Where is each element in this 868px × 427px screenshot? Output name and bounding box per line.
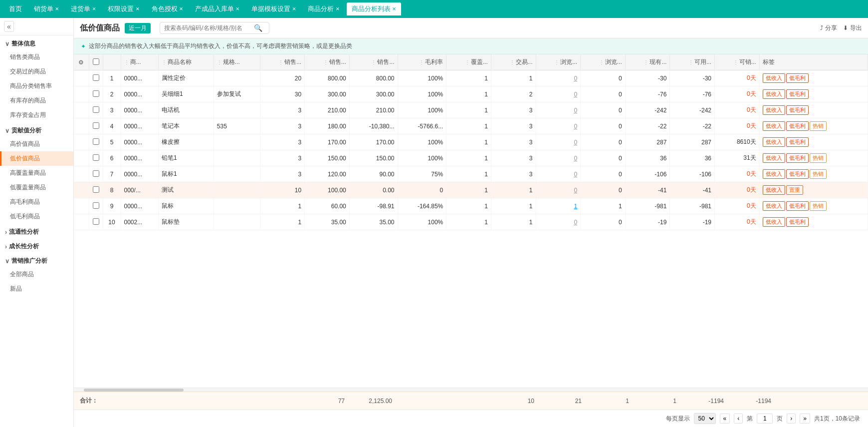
view1-cell-wrap[interactable]: 0 bbox=[536, 166, 581, 182]
checkbox-cell[interactable] bbox=[89, 70, 103, 86]
checkbox-cell[interactable] bbox=[89, 182, 103, 198]
gear-cell bbox=[74, 182, 89, 198]
sidebar-item-high-coverage[interactable]: 高覆盖量商品 bbox=[0, 166, 73, 180]
export-button[interactable]: ⬇ 导出 bbox=[843, 24, 862, 32]
sidebar-item-high-margin[interactable]: 高毛利商品 bbox=[0, 195, 73, 209]
nav-products[interactable]: 产成品入库单 × bbox=[190, 2, 244, 15]
sidebar-item-low-value[interactable]: 低价值商品 bbox=[0, 151, 73, 166]
checkbox-cell[interactable] bbox=[89, 86, 103, 102]
sidebar-group-overall[interactable]: ∨ 整体信息 bbox=[0, 35, 73, 50]
nav-permissions[interactable]: 权限设置 × bbox=[103, 2, 144, 15]
search-icon[interactable]: 🔍 bbox=[254, 24, 262, 32]
col-trade[interactable]: 交易... bbox=[491, 54, 536, 70]
view1-cell[interactable]: 0 bbox=[574, 107, 577, 114]
page-number-input[interactable] bbox=[757, 414, 773, 424]
col-avail[interactable]: 可用... bbox=[670, 54, 715, 70]
view1-cell[interactable]: 0 bbox=[574, 75, 577, 82]
col-saleable[interactable]: 可销... bbox=[715, 54, 760, 70]
select-all-checkbox[interactable] bbox=[93, 58, 99, 65]
sidebar-item-inventory-goods[interactable]: 有库存的商品 bbox=[0, 93, 73, 108]
view1-cell-wrap[interactable]: 0 bbox=[536, 70, 581, 86]
col-sale-amt1[interactable]: 销售... bbox=[305, 54, 350, 70]
code-cell: 0000... bbox=[121, 166, 158, 182]
col-view1[interactable]: 浏览... bbox=[536, 54, 581, 70]
view1-cell[interactable]: 0 bbox=[574, 123, 577, 130]
checkbox-cell[interactable] bbox=[89, 134, 103, 150]
sidebar-item-all-goods[interactable]: 全部商品 bbox=[0, 267, 73, 282]
col-spec[interactable]: 规格... bbox=[214, 54, 260, 70]
nav-analysis-list[interactable]: 商品分析列表 × bbox=[347, 2, 401, 15]
tag-label: 低收入 bbox=[763, 105, 785, 115]
view1-cell[interactable]: 0 bbox=[574, 155, 577, 162]
tag-label: 低毛利 bbox=[786, 201, 809, 211]
col-code[interactable]: 商... bbox=[121, 54, 158, 70]
col-current[interactable]: 现有... bbox=[625, 54, 670, 70]
nav-purchase[interactable]: 进货单 × bbox=[66, 2, 101, 15]
view1-cell[interactable]: 1 bbox=[574, 203, 577, 210]
col-gross-rate[interactable]: 毛利率 bbox=[398, 54, 446, 70]
time-badge[interactable]: 近一月 bbox=[125, 23, 151, 33]
col-num bbox=[103, 54, 121, 70]
view1-cell-wrap[interactable]: 1 bbox=[536, 198, 581, 214]
sidebar-item-low-coverage[interactable]: 低覆盖量商品 bbox=[0, 180, 73, 195]
sidebar-item-traded-goods[interactable]: 交易过的商品 bbox=[0, 64, 73, 79]
horizontal-scrollbar[interactable] bbox=[74, 388, 868, 392]
checkbox-cell[interactable] bbox=[89, 118, 103, 134]
view1-cell-wrap[interactable]: 0 bbox=[536, 150, 581, 166]
search-input[interactable] bbox=[164, 24, 254, 31]
checkbox-cell[interactable] bbox=[89, 198, 103, 214]
first-page-btn[interactable]: « bbox=[720, 414, 730, 424]
page-size-select[interactable]: 50 bbox=[694, 413, 716, 424]
last-page-btn[interactable]: » bbox=[800, 414, 810, 424]
checkbox-cell[interactable] bbox=[89, 150, 103, 166]
view1-cell-wrap[interactable]: 0 bbox=[536, 102, 581, 118]
sidebar-group-overall-label: 整体信息 bbox=[11, 39, 35, 48]
view1-cell-wrap[interactable]: 0 bbox=[536, 118, 581, 134]
nav-templates[interactable]: 单据模板设置 × bbox=[246, 2, 301, 15]
nav-sales[interactable]: 销货单 × bbox=[29, 2, 64, 15]
num-cell: 10 bbox=[103, 214, 121, 230]
sidebar-item-high-value[interactable]: 高价值商品 bbox=[0, 137, 73, 151]
sidebar-item-sales-goods[interactable]: 销售类商品 bbox=[0, 50, 73, 64]
sidebar-group-liquidity[interactable]: › 流通性分析 bbox=[0, 224, 73, 238]
checkbox-cell[interactable] bbox=[89, 166, 103, 182]
cover-cell: 1 bbox=[446, 86, 491, 102]
scrollbar-thumb[interactable] bbox=[84, 389, 184, 392]
sidebar-collapse-btn[interactable]: « bbox=[4, 21, 14, 32]
view1-cell[interactable]: 0 bbox=[574, 139, 577, 146]
nav-analysis[interactable]: 商品分析 × bbox=[303, 2, 344, 15]
view1-cell[interactable]: 0 bbox=[574, 171, 577, 178]
nav-home[interactable]: 首页 bbox=[4, 2, 27, 15]
col-checkbox-header[interactable] bbox=[89, 54, 103, 70]
col-cover[interactable]: 覆盖... bbox=[446, 54, 491, 70]
view1-cell-wrap[interactable]: 0 bbox=[536, 134, 581, 150]
table-wrapper[interactable]: ⚙ 商... 商品名称 规格... 销售... 销售... 销售... 毛利率 … bbox=[74, 54, 868, 388]
sidebar-item-new-goods[interactable]: 新品 bbox=[0, 282, 73, 296]
sidebar-group-growth[interactable]: › 成长性分析 bbox=[0, 238, 73, 253]
col-name[interactable]: 商品名称 bbox=[158, 54, 214, 70]
view1-cell-wrap[interactable]: 0 bbox=[536, 182, 581, 198]
view1-cell[interactable]: 0 bbox=[574, 91, 577, 98]
next-page-btn[interactable]: › bbox=[787, 414, 796, 424]
view1-cell[interactable]: 0 bbox=[574, 219, 577, 226]
prev-page-btn[interactable]: ‹ bbox=[734, 414, 743, 424]
tag-label: 低收入 bbox=[763, 137, 785, 147]
sidebar-group-marketing[interactable]: ∨ 营销推广分析 bbox=[0, 253, 73, 267]
view1-cell-wrap[interactable]: 0 bbox=[536, 86, 581, 102]
checkbox-cell[interactable] bbox=[89, 102, 103, 118]
share-button[interactable]: ⤴ 分享 bbox=[820, 24, 837, 32]
col-view2[interactable]: 浏览... bbox=[581, 54, 626, 70]
col-gear[interactable]: ⚙ bbox=[74, 54, 89, 70]
col-sale-amt2[interactable]: 销售... bbox=[349, 54, 398, 70]
sidebar-group-contribution[interactable]: ∨ 贡献值分析 bbox=[0, 122, 73, 137]
view1-cell[interactable]: 0 bbox=[574, 187, 577, 194]
checkbox-cell[interactable] bbox=[89, 214, 103, 230]
sidebar-item-inventory-capital[interactable]: 库存资金占用 bbox=[0, 108, 73, 122]
view1-cell-wrap[interactable]: 0 bbox=[536, 214, 581, 230]
sidebar-item-low-margin[interactable]: 低毛利商品 bbox=[0, 209, 73, 224]
col-sale-qty[interactable]: 销售... bbox=[260, 54, 305, 70]
nav-roles[interactable]: 角色授权 × bbox=[147, 2, 188, 15]
table-row: 9 0000... 鼠标 1 60.00 -98.91 -164.85% 1 1… bbox=[74, 198, 868, 214]
sidebar-item-category-rate[interactable]: 商品分类销售率 bbox=[0, 79, 73, 93]
name-cell: 鼠标垫 bbox=[158, 214, 214, 230]
